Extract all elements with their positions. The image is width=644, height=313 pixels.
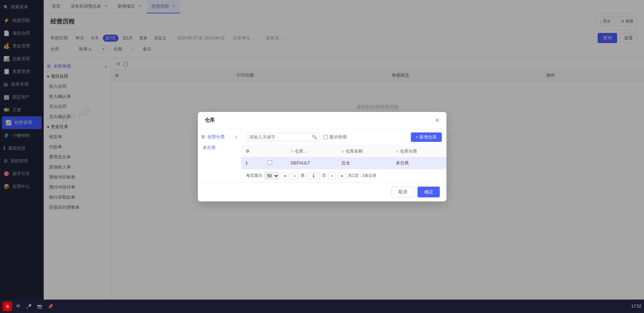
dialog-right-panel: 🔍 显示停用 + 新增仓库 ⚙ <box>242 129 446 182</box>
dialog-page-input[interactable] <box>307 172 320 179</box>
dialog-footer: 取消 确定 <box>198 182 446 201</box>
taskbar-cam-icon[interactable]: 📷 <box>35 302 44 311</box>
dialog-collapse-icon[interactable]: « <box>235 134 238 140</box>
dialog-left-header: ⊞ 全部分类 « <box>198 132 241 142</box>
row-checkbox-input[interactable] <box>268 160 272 165</box>
dialog-header: 仓库 ✕ <box>198 112 446 129</box>
warehouse-dialog: 仓库 ✕ ⊞ 全部分类 « 未分类 <box>198 112 446 201</box>
dialog-per-page-select[interactable]: 50 <box>264 172 279 180</box>
row-category: 未分类 <box>392 157 446 169</box>
add-warehouse-button[interactable]: + 新增仓库 <box>411 132 441 142</box>
taskbar-s-icon[interactable]: S <box>3 302 12 311</box>
th-gear: ⚙ <box>242 146 264 157</box>
taskbar: S 中 🎤 📷 📌 17:52 <box>0 300 644 313</box>
th-name: ⇅ 仓库名称 <box>337 146 392 157</box>
taskbar-clock: 17:52 <box>631 304 641 309</box>
dialog-left-unclassified[interactable]: 未分类 <box>198 142 241 153</box>
dialog-next-btn[interactable]: › <box>328 172 336 180</box>
dialog-table: ⚙ ⇅ 仓库... ⇅ 仓库名称 <box>242 146 446 169</box>
grid-icon2: ⊞ <box>201 134 205 139</box>
confirm-button[interactable]: 确定 <box>418 187 440 197</box>
dialog-prev-btn[interactable]: ‹ <box>291 172 299 180</box>
th-code: ⇅ 仓库... <box>287 146 338 157</box>
dialog-table-row[interactable]: 1 DEFAULT 总仓 未分类 <box>242 157 446 169</box>
dialog-title: 仓库 <box>205 117 215 123</box>
code-sort-icon[interactable]: ⇅ <box>291 150 294 153</box>
cat-sort-icon[interactable]: ⇅ <box>396 150 398 153</box>
th-checkbox <box>264 146 287 157</box>
name-sort-icon[interactable]: ⇅ <box>341 150 344 153</box>
row-name: 总仓 <box>337 157 392 169</box>
dialog-table-wrap: ⚙ ⇅ 仓库... ⇅ 仓库名称 <box>242 146 446 169</box>
dialog-left-panel: ⊞ 全部分类 « 未分类 <box>198 129 242 182</box>
taskbar-mic-icon[interactable]: 🎤 <box>24 302 34 311</box>
dialog-toolbar: 🔍 显示停用 + 新增仓库 <box>242 129 446 146</box>
taskbar-pin-icon[interactable]: 📌 <box>46 302 55 311</box>
row-index: 1 <box>242 157 264 169</box>
dialog-last-btn[interactable]: » <box>338 172 346 180</box>
dialog-page-label: 第 <box>301 173 305 179</box>
dialog-search-input[interactable] <box>249 134 312 140</box>
left-panel-scroll <box>198 153 241 180</box>
dialog-table-header: ⚙ ⇅ 仓库... ⇅ 仓库名称 <box>242 146 446 157</box>
cancel-button[interactable]: 取消 <box>391 187 414 197</box>
show-disabled-text: 显示停用 <box>329 134 347 140</box>
taskbar-zh-icon[interactable]: 中 <box>13 302 23 311</box>
modal-overlay: 仓库 ✕ ⊞ 全部分类 « 未分类 <box>0 0 644 313</box>
row-code: DEFAULT <box>287 157 338 169</box>
unclassified-label: 未分类 <box>203 145 216 151</box>
dialog-stats: 共1页，1条记录 <box>348 173 377 179</box>
dialog-search-wrap: 🔍 <box>246 133 320 141</box>
row-checkbox[interactable] <box>264 157 287 169</box>
dialog-first-btn[interactable]: « <box>281 172 290 180</box>
dialog-body: ⊞ 全部分类 « 未分类 🔍 <box>198 129 446 182</box>
th-category: ⇅ 仓库分类 <box>392 146 446 157</box>
dialog-total-label: 页 <box>322 173 326 179</box>
dialog-close-button[interactable]: ✕ <box>435 117 440 124</box>
show-disabled-label[interactable]: 显示停用 <box>324 134 347 140</box>
dialog-all-category-label: ⊞ 全部分类 <box>201 134 225 140</box>
show-disabled-checkbox[interactable] <box>324 135 328 139</box>
dialog-pagination: 每页显示 50 « ‹ 第 页 › » 共1页，1条记录 <box>242 169 446 182</box>
dialog-search-icon[interactable]: 🔍 <box>312 134 317 140</box>
dialog-per-page-label: 每页显示 <box>246 173 262 179</box>
